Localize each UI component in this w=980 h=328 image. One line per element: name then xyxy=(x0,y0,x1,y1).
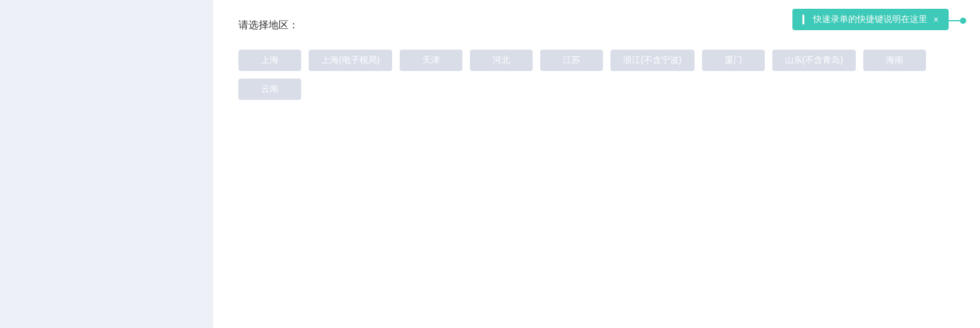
region-button-tianjin[interactable]: 天津 xyxy=(400,50,462,71)
region-button-shandong[interactable]: 山东(不含青岛) xyxy=(772,50,856,71)
region-button-yunnan[interactable]: 云南 xyxy=(238,79,301,100)
main-content: 请选择地区： 上海上海(电子税局)天津河北江苏浙江(不含宁波)厦门山东(不含青岛… xyxy=(213,0,980,328)
region-button-jiangsu[interactable]: 江苏 xyxy=(540,50,603,71)
region-button-xiamen[interactable]: 厦门 xyxy=(702,50,765,71)
tooltip-banner: 快速录单的快捷键说明在这里 × xyxy=(792,9,949,30)
region-button-shanghai-etax[interactable]: 上海(电子税局) xyxy=(309,50,392,71)
tooltip-dot xyxy=(960,18,966,24)
tooltip-text: 快速录单的快捷键说明在这里 xyxy=(813,14,927,25)
region-button-hebei[interactable]: 河北 xyxy=(470,50,533,71)
region-button-shanghai[interactable]: 上海 xyxy=(238,50,301,71)
region-button-hainan[interactable]: 海南 xyxy=(863,50,926,71)
sidebar xyxy=(0,0,213,328)
region-button-zhejiang[interactable]: 浙江(不含宁波) xyxy=(610,50,694,71)
tooltip-close-button[interactable]: × xyxy=(934,14,939,25)
tooltip-line xyxy=(949,20,960,21)
region-buttons: 上海上海(电子税局)天津河北江苏浙江(不含宁波)厦门山东(不含青岛)海南云南 xyxy=(238,50,955,100)
